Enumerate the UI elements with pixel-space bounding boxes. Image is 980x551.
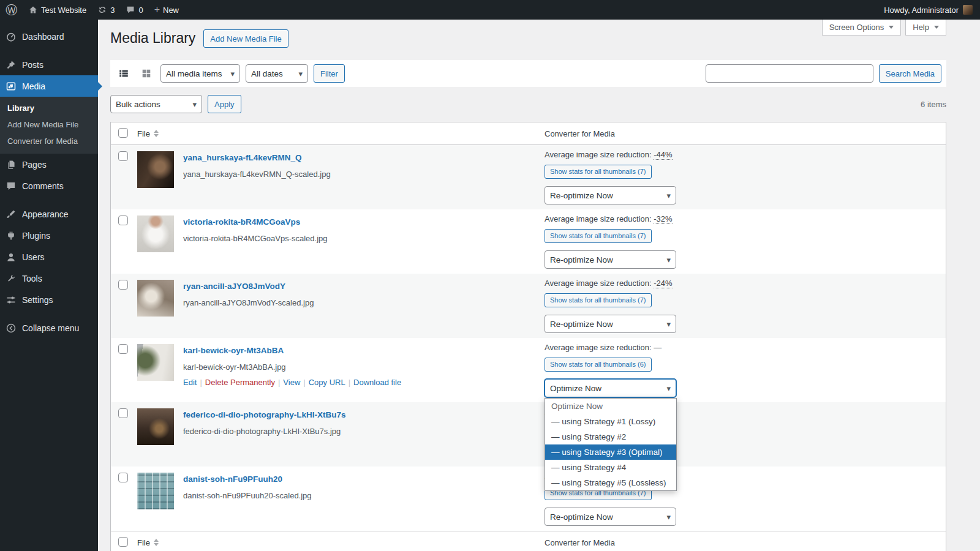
reduction-label: Average image size reduction:	[545, 279, 652, 288]
search-media-button[interactable]: Search Media	[879, 64, 941, 83]
media-type-filter-select[interactable]: All media items ▾	[160, 64, 240, 83]
sidebar-item-appearance[interactable]: Appearance	[0, 203, 98, 225]
media-thumbnail[interactable]	[137, 473, 174, 509]
apply-button[interactable]: Apply	[208, 95, 241, 113]
file-column-header[interactable]: File	[137, 127, 545, 140]
copy-url-link[interactable]: Copy URL	[309, 378, 345, 387]
show-stats-button[interactable]: Show stats for all thumbnails (7)	[545, 293, 652, 307]
wordpress-menu-button[interactable]: Ⓦ	[0, 0, 23, 20]
optimize-select[interactable]: Re-optimize Now ▾	[545, 315, 676, 333]
media-title-link[interactable]: federico-di-dio-photography-LkHI-XtBu7s	[183, 410, 346, 419]
reduction-value: —	[654, 343, 662, 352]
media-thumbnail[interactable]	[137, 151, 174, 188]
dropdown-option[interactable]: — using Strategy #2	[545, 429, 676, 444]
sidebar-item-pages[interactable]: Pages	[0, 154, 98, 175]
sidebar-item-posts[interactable]: Posts	[0, 54, 98, 75]
show-stats-button[interactable]: Show stats for all thumbnails (7)	[545, 165, 652, 179]
main-content: Screen Options Help Media Library Add Ne…	[98, 0, 980, 551]
sidebar-item-settings[interactable]: Settings	[0, 289, 98, 310]
media-submenu: Library Add New Media File Converter for…	[0, 97, 98, 154]
optimize-select[interactable]: Re-optimize Now ▾	[545, 250, 676, 269]
media-thumbnail[interactable]	[137, 280, 174, 317]
sidebar-item-comments[interactable]: Comments	[0, 175, 98, 197]
row-checkbox[interactable]	[118, 344, 128, 354]
sidebar-item-media[interactable]: Media	[0, 75, 98, 97]
comments-indicator[interactable]: 0	[120, 0, 148, 20]
row-checkbox[interactable]	[118, 216, 128, 225]
sidebar-item-label: Settings	[22, 295, 53, 305]
separator: |	[303, 378, 305, 387]
chevron-down-icon: ▾	[666, 256, 671, 264]
delete-permanently-link[interactable]: Delete Permanently	[205, 378, 275, 387]
file-column-footer[interactable]: File	[137, 536, 545, 549]
media-thumbnail[interactable]	[137, 344, 174, 381]
optimize-select-value: Re-optimize Now	[550, 512, 613, 522]
media-thumbnail[interactable]	[137, 216, 174, 252]
chevron-down-icon: ▾	[192, 100, 197, 108]
date-filter-select[interactable]: All dates ▾	[246, 64, 308, 83]
filter-bar: All media items ▾ All dates ▾ Filter Sea…	[110, 60, 946, 87]
media-title-link[interactable]: yana_hurskaya-fL4kevRMN_Q	[183, 153, 302, 162]
reduction-label: Average image size reduction:	[545, 150, 652, 159]
dropdown-option-selected[interactable]: — using Strategy #3 (Optimal)	[545, 444, 676, 460]
dropdown-option[interactable]: — using Strategy #4	[545, 460, 676, 475]
home-icon	[28, 5, 38, 15]
screen-options-button[interactable]: Screen Options	[822, 20, 902, 36]
dropdown-option[interactable]: — using Strategy #1 (Lossy)	[545, 414, 676, 429]
add-new-media-button[interactable]: Add New Media File	[203, 29, 288, 48]
filter-button[interactable]: Filter	[314, 64, 345, 83]
media-thumbnail[interactable]	[137, 408, 174, 445]
new-content-button[interactable]: + New	[149, 0, 184, 20]
admin-sidebar: Dashboard Posts Media Library Add New Me…	[0, 20, 98, 551]
submenu-item-converter-for-media[interactable]: Converter for Media	[0, 133, 98, 149]
select-all-checkbox[interactable]	[118, 537, 128, 547]
submenu-item-add-new-media[interactable]: Add New Media File	[0, 116, 98, 133]
media-title-link[interactable]: danist-soh-nFu9PFuuh20	[183, 474, 282, 484]
submenu-item-library[interactable]: Library	[0, 100, 98, 116]
separator: |	[200, 378, 202, 387]
plugin-icon	[5, 230, 17, 241]
view-link[interactable]: View	[283, 378, 300, 387]
account-menu[interactable]: Howdy, Administrator	[876, 0, 980, 20]
sidebar-item-users[interactable]: Users	[0, 246, 98, 268]
collapse-menu-button[interactable]: Collapse menu	[0, 317, 98, 339]
row-checkbox[interactable]	[118, 408, 128, 418]
optimize-select[interactable]: Re-optimize Now ▾	[545, 508, 676, 526]
media-title-link[interactable]: karl-bewick-oyr-Mt3AbBA	[183, 346, 284, 355]
sidebar-item-plugins[interactable]: Plugins	[0, 225, 98, 246]
list-view-button[interactable]	[115, 65, 132, 82]
select-all-checkbox[interactable]	[118, 128, 128, 138]
table-footer: File Converter for Media	[111, 531, 946, 551]
row-checkbox[interactable]	[118, 151, 128, 161]
bulk-actions-select[interactable]: Bulk actions ▾	[110, 95, 202, 113]
updates-indicator[interactable]: 3	[92, 0, 120, 20]
show-stats-button[interactable]: Show stats for all thumbnails (6)	[545, 358, 652, 372]
edit-link[interactable]: Edit	[183, 378, 197, 387]
optimize-select-value: Re-optimize Now	[550, 320, 613, 329]
sidebar-item-label: Tools	[22, 274, 42, 283]
page-header: Media Library Add New Media File	[110, 20, 946, 48]
help-button[interactable]: Help	[905, 20, 946, 36]
search-input[interactable]	[706, 64, 873, 83]
reduction-value: -32%	[654, 214, 672, 224]
media-title-link[interactable]: ryan-ancill-aJYO8JmVodY	[183, 282, 285, 291]
dropdown-option[interactable]: Optimize Now	[545, 399, 676, 414]
site-name-link[interactable]: Test Website	[23, 0, 92, 20]
row-checkbox[interactable]	[118, 280, 128, 290]
media-title-link[interactable]: victoria-rokita-bR4MCGoaVps	[183, 217, 300, 227]
update-icon	[97, 5, 107, 15]
dropdown-option[interactable]: — using Strategy #5 (Lossless)	[545, 475, 676, 490]
sidebar-item-dashboard[interactable]: Dashboard	[0, 26, 98, 47]
sidebar-item-tools[interactable]: Tools	[0, 268, 98, 289]
table-header: File Converter for Media	[111, 122, 946, 145]
media-row: victoria-rokita-bR4MCGoaVps victoria-rok…	[111, 209, 946, 274]
file-column-label: File	[137, 129, 150, 138]
media-row: yana_hurskaya-fL4kevRMN_Q yana_hurskaya-…	[111, 145, 946, 209]
row-checkbox[interactable]	[118, 473, 128, 482]
download-file-link[interactable]: Download file	[353, 378, 401, 387]
show-stats-button[interactable]: Show stats for all thumbnails (7)	[545, 229, 652, 243]
reduction-value: -44%	[654, 150, 672, 160]
optimize-select-open[interactable]: Optimize Now ▾	[545, 379, 676, 397]
grid-view-button[interactable]	[138, 65, 155, 82]
optimize-select[interactable]: Re-optimize Now ▾	[545, 186, 676, 204]
